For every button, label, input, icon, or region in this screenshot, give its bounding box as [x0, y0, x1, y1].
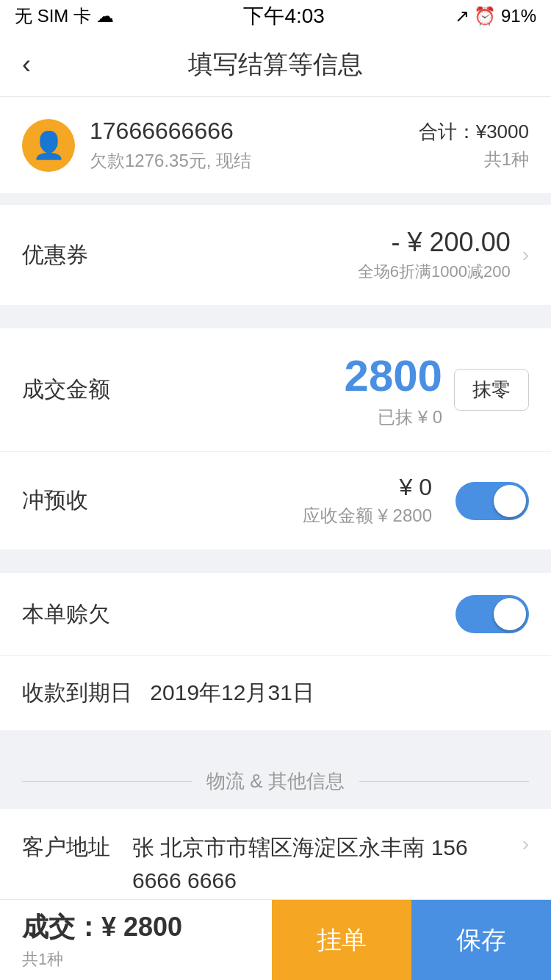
divider-2 [0, 561, 551, 573]
due-date-row: 收款到期日 2019年12月31日 [0, 656, 551, 730]
due-date-label: 收款到期日 2019年12月31日 [22, 678, 314, 708]
address-value: 张 北京市市辖区海淀区永丰南 156 6666 6666 [132, 831, 522, 897]
bottom-deal-label: 成交： [22, 912, 101, 942]
divider-3 [0, 742, 551, 754]
sim-label: 无 SIM 卡 ☁ [15, 4, 114, 28]
divider-line-right [359, 781, 529, 782]
customer-debt: 欠款1276.35元, 现结 [90, 149, 251, 173]
wiped-text: 已抹 ¥ 0 [345, 406, 442, 429]
debt-toggle-knob [494, 598, 526, 630]
status-icons: ↗ ⏰ 91% [455, 6, 536, 26]
precollect-right: ¥ 0 应收金额 ¥ 2800 [303, 474, 529, 527]
coupon-label: 优惠券 [22, 240, 88, 270]
debt-section: 本单赊欠 收款到期日 2019年12月31日 [0, 573, 551, 730]
bottom-summary: 成交：¥ 2800 共1种 [0, 909, 272, 970]
total-label: 合计：¥3000 [419, 119, 529, 145]
coupon-section: 优惠券 - ¥ 200.00 全场6折满1000减200 › [0, 205, 551, 305]
precollect-toggle[interactable] [455, 482, 529, 520]
debt-right [444, 595, 529, 633]
due-date-value: 2019年12月31日 [150, 680, 314, 705]
coupon-chevron-icon: › [522, 243, 529, 267]
save-button[interactable]: 保存 [411, 900, 551, 981]
coupon-right: - ¥ 200.00 全场6折满1000减200 › [358, 227, 529, 283]
divider-1 [0, 317, 551, 328]
logistics-text: 物流 & 其他信息 [206, 768, 345, 794]
bottom-deal-value: ¥ 2800 [101, 912, 182, 942]
customer-info: 17666666666 欠款1276.35元, 现结 [90, 118, 251, 173]
customer-phone: 17666666666 [90, 118, 251, 145]
deal-amount-row: 成交金额 2800 已抹 ¥ 0 抹零 [0, 328, 551, 452]
debt-row: 本单赊欠 [0, 573, 551, 656]
coupon-desc: 全场6折满1000减200 [358, 261, 511, 283]
status-time: 下午4:03 [243, 2, 325, 30]
wipe-zero-button[interactable]: 抹零 [454, 369, 529, 411]
total-count: 共1种 [419, 148, 529, 171]
coupon-value: - ¥ 200.00 [358, 227, 511, 258]
page-title: 填写结算等信息 [188, 48, 363, 82]
precollect-label: 冲预收 [22, 486, 88, 516]
deal-amount-section: 成交金额 2800 已抹 ¥ 0 抹零 冲预收 ¥ 0 应收金额 ¥ 2800 [0, 328, 551, 550]
customer-card: 👤 17666666666 欠款1276.35元, 现结 合计：¥3000 共1… [0, 97, 551, 193]
toggle-knob [494, 485, 526, 517]
status-right: ↗ ⏰ 91% [455, 6, 536, 26]
debt-label: 本单赊欠 [22, 599, 110, 630]
precollect-desc: 应收金额 ¥ 2800 [303, 504, 432, 527]
precollect-value: ¥ 0 [303, 474, 432, 501]
bottom-bar: 成交：¥ 2800 共1种 挂单 保存 [0, 899, 551, 980]
status-bar: 无 SIM 卡 ☁ 下午4:03 ↗ ⏰ 91% [0, 0, 551, 32]
deal-amount-label: 成交金额 [22, 375, 110, 405]
pending-button[interactable]: 挂单 [272, 900, 411, 981]
nav-bar: ‹ 填写结算等信息 [0, 32, 551, 97]
bottom-count: 共1种 [22, 948, 250, 970]
precollect-row: 冲预收 ¥ 0 应收金额 ¥ 2800 [0, 452, 551, 550]
divider-line-left [22, 781, 192, 782]
address-chevron-icon: › [522, 832, 529, 856]
customer-left: 👤 17666666666 欠款1276.35元, 现结 [22, 118, 251, 173]
deal-amount-value: 2800 [345, 350, 442, 401]
deal-amount-right: 2800 已抹 ¥ 0 抹零 [345, 350, 529, 429]
avatar: 👤 [22, 119, 75, 172]
status-left: 无 SIM 卡 ☁ [15, 4, 114, 28]
customer-right: 合计：¥3000 共1种 [419, 119, 529, 171]
back-button[interactable]: ‹ [22, 49, 31, 80]
debt-toggle[interactable] [455, 595, 529, 633]
content: 👤 17666666666 欠款1276.35元, 现结 合计：¥3000 共1… [0, 97, 551, 980]
bottom-deal: 成交：¥ 2800 [22, 909, 250, 945]
logistics-divider: 物流 & 其他信息 [0, 754, 551, 809]
coupon-row[interactable]: 优惠券 - ¥ 200.00 全场6折满1000减200 › [0, 205, 551, 305]
address-label: 客户地址 [22, 831, 110, 862]
